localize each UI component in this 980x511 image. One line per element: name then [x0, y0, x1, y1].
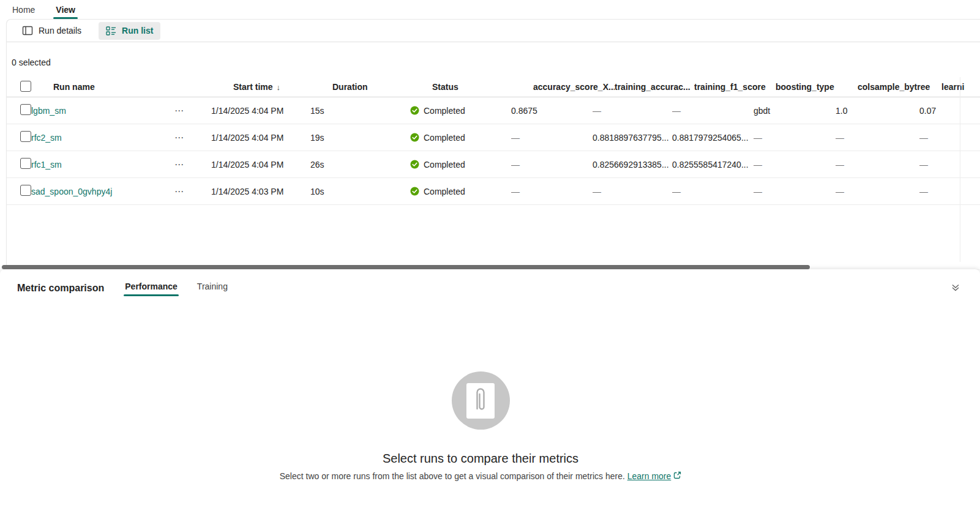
run-details-label: Run details	[39, 26, 81, 35]
duration-cell: 26s	[310, 160, 410, 170]
row-checkbox[interactable]	[20, 185, 31, 196]
attachment-document-icon	[466, 383, 495, 419]
column-header[interactable]: accuracy_score_X...	[533, 82, 615, 92]
selection-status: 0 selected	[12, 58, 980, 67]
completed-status-icon	[410, 133, 419, 142]
metric-cell: —	[672, 187, 754, 196]
row-checkbox-cell	[7, 185, 31, 198]
column-header[interactable]: learni	[941, 82, 980, 92]
row-checkbox-cell	[7, 104, 31, 117]
duration-cell: 19s	[310, 133, 410, 143]
metric-cell: —	[754, 187, 836, 196]
run-name-cell: rfc1_sm ⋯	[31, 160, 211, 170]
metric-cell: —	[836, 160, 919, 170]
empty-state-badge	[452, 371, 510, 430]
column-header[interactable]: training_accurac...	[615, 82, 694, 92]
column-header[interactable]: training_f1_score	[694, 82, 776, 92]
table-row[interactable]: lgbm_sm ⋯ 1/14/2025 4:04 PM 15s Complete…	[7, 97, 980, 124]
tab-view[interactable]: View	[54, 1, 77, 18]
external-link-icon	[673, 471, 681, 481]
start-time-cell: 1/14/2025 4:04 PM	[211, 106, 310, 116]
column-header[interactable]: colsample_bytree	[858, 82, 941, 92]
run-list-icon	[106, 26, 116, 36]
tab-training[interactable]: Training	[196, 279, 229, 297]
completed-status-icon	[410, 160, 419, 169]
horizontal-scrollbar-thumb[interactable]	[2, 265, 810, 269]
row-checkbox[interactable]	[20, 131, 31, 142]
run-name-link[interactable]: lgbm_sm	[31, 106, 66, 116]
more-actions-button[interactable]: ⋯	[174, 188, 184, 195]
run-name-cell: sad_spoon_0gvhpy4j ⋯	[31, 187, 211, 196]
metric-cell: 0.07	[919, 106, 980, 116]
start-time-cell: 1/14/2025 4:04 PM	[211, 133, 310, 143]
more-actions-button[interactable]: ⋯	[174, 162, 184, 168]
table-body: lgbm_sm ⋯ 1/14/2025 4:04 PM 15s Complete…	[7, 97, 980, 205]
run-name-link[interactable]: rfc1_sm	[31, 160, 62, 170]
run-list-label: Run list	[122, 26, 153, 35]
ribbon-tabstrip: Home View	[0, 0, 980, 19]
column-header-label: boosting_type	[776, 82, 834, 92]
metric-cell: —	[919, 133, 980, 143]
column-header-label: Start time	[233, 82, 273, 92]
double-chevron-down-icon	[951, 283, 960, 294]
status-label: Completed	[424, 187, 465, 196]
metric-panel-title: Metric comparison	[17, 283, 104, 294]
status-label: Completed	[424, 106, 465, 116]
metric-cell: —	[836, 133, 919, 143]
run-name-link[interactable]: rfc2_sm	[31, 133, 62, 143]
status-cell: Completed	[410, 133, 511, 143]
metric-cell: —	[919, 160, 980, 170]
metric-cell: —	[754, 133, 836, 143]
column-header[interactable]: Duration	[332, 82, 432, 92]
column-header-label: accuracy_score_X...	[533, 82, 615, 92]
metric-cell: —	[754, 160, 836, 170]
column-header[interactable]: Run name	[53, 82, 233, 92]
duration-cell: 10s	[310, 187, 410, 196]
tab-performance[interactable]: Performance	[124, 279, 179, 297]
view-toolbar: Run details Run list	[7, 20, 980, 42]
more-actions-button[interactable]: ⋯	[174, 108, 184, 114]
run-name-link[interactable]: sad_spoon_0gvhpy4j	[31, 187, 112, 196]
select-all-checkbox[interactable]	[20, 81, 31, 92]
row-checkbox[interactable]	[20, 158, 31, 169]
start-time-cell: 1/14/2025 4:04 PM	[211, 160, 310, 170]
row-checkbox[interactable]	[20, 104, 31, 115]
column-header-label: learni	[941, 82, 964, 92]
column-header[interactable]: Status	[432, 82, 533, 92]
empty-state-description-text: Select two or more runs from the list ab…	[280, 471, 625, 481]
status-label: Completed	[424, 133, 465, 143]
metric-panel-header: Metric comparison Performance Training	[0, 269, 980, 297]
learn-more-link[interactable]: Learn more	[627, 471, 682, 481]
completed-status-icon	[410, 106, 419, 115]
metric-comparison-panel: Metric comparison Performance Training S	[0, 269, 980, 511]
tab-home[interactable]: Home	[11, 1, 36, 18]
table-row[interactable]: rfc2_sm ⋯ 1/14/2025 4:04 PM 19s Complete…	[7, 124, 980, 151]
paperclip-icon	[473, 387, 488, 414]
row-checkbox-cell	[7, 131, 31, 144]
run-list-button[interactable]: Run list	[99, 22, 160, 40]
metric-cell: 0.8675	[511, 106, 593, 116]
empty-state: Select runs to compare their metrics Sel…	[0, 371, 961, 481]
metric-cell: 0.8255585417240...	[672, 160, 754, 170]
column-header[interactable]: Start time↓	[233, 82, 332, 92]
table-right-divider	[960, 77, 960, 262]
column-header-label: Status	[432, 82, 458, 92]
collapse-panel-button[interactable]	[948, 280, 963, 297]
start-time-cell: 1/14/2025 4:03 PM	[211, 187, 310, 196]
metric-cell: —	[511, 187, 593, 196]
more-actions-button[interactable]: ⋯	[174, 135, 184, 141]
run-table: Run nameStart time↓DurationStatusaccurac…	[7, 77, 980, 205]
metric-cell: —	[836, 187, 919, 196]
run-details-button[interactable]: Run details	[15, 22, 89, 40]
metric-cell: —	[593, 187, 672, 196]
table-row[interactable]: rfc1_sm ⋯ 1/14/2025 4:04 PM 26s Complete…	[7, 151, 980, 178]
column-header-label: Run name	[53, 82, 95, 92]
run-details-panel-icon	[22, 25, 33, 36]
metric-cell: —	[511, 133, 593, 143]
row-checkbox-cell	[7, 158, 31, 171]
metric-cell: 0.8256692913385...	[593, 160, 672, 170]
status-cell: Completed	[410, 160, 511, 170]
table-row[interactable]: sad_spoon_0gvhpy4j ⋯ 1/14/2025 4:03 PM 1…	[7, 178, 980, 205]
column-header[interactable]: boosting_type	[776, 82, 858, 92]
column-header-label: training_accurac...	[615, 82, 690, 92]
